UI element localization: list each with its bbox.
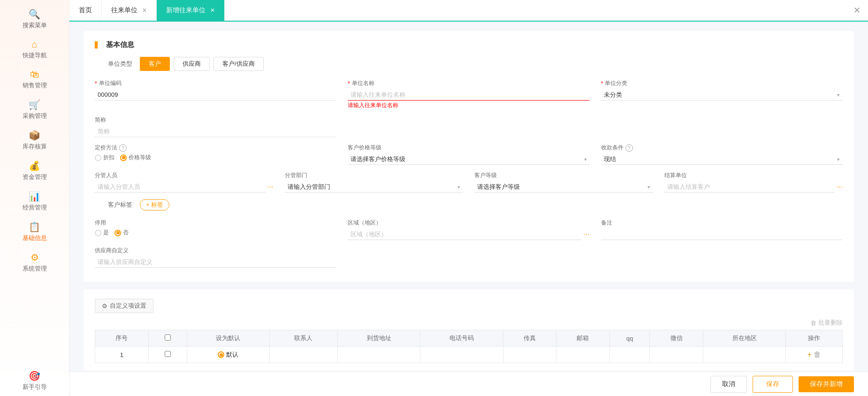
sidebar-label-quicknav: 快捷导航 [23, 51, 47, 60]
tab-home[interactable]: 首页 [69, 0, 102, 21]
cell-contact [270, 347, 338, 363]
sidebar-label-purchase: 采购管理 [23, 112, 47, 120]
unit-type-row: 单位类型 客户 供应商 客户/供应商 [95, 57, 843, 71]
region-input[interactable] [348, 229, 581, 240]
field-supplier-custom: 供应商自定义 [95, 247, 336, 268]
sales-icon: 🛍 [30, 69, 39, 80]
radio-price-level[interactable]: 价格等级 [120, 154, 151, 162]
tab-partners[interactable]: 往来单位 ✕ [102, 0, 157, 21]
tab-new-partner[interactable]: 新增往来单位 ✕ [157, 0, 225, 21]
pricing-help-icon[interactable]: ? [119, 144, 127, 152]
sidebar-item-finance[interactable]: 💰 资金管理 [0, 155, 69, 186]
tab-partners-close[interactable]: ✕ [142, 7, 147, 14]
manager-more-btn[interactable]: ··· [267, 183, 273, 191]
payment-terms-help-icon[interactable]: ? [625, 144, 633, 152]
del-row-btn[interactable]: 🗑 [814, 350, 821, 359]
sidebar-item-search[interactable]: 🔍 搜索菜单 [0, 4, 69, 34]
col-address: 到货地址 [337, 330, 420, 347]
content-area: ▋ 基本信息 单位类型 客户 供应商 客户/供应商 单位编码 单位名称 请 [69, 22, 868, 372]
col-default: 设为默认 [187, 330, 269, 347]
cell-phone [420, 347, 503, 363]
guide-icon: 🎯 [29, 370, 40, 381]
col-email: 邮箱 [556, 330, 610, 347]
radio-price-level-circle [120, 155, 127, 161]
region-more-btn[interactable]: ··· [583, 230, 589, 239]
save-button[interactable]: 保存 [753, 376, 793, 393]
form-row-7: 供应商自定义 [95, 247, 843, 268]
radio-price-level-label: 价格等级 [129, 154, 151, 162]
close-all-tabs[interactable]: ✕ [846, 0, 868, 21]
field-settlement-unit: 结算单位 ··· [664, 171, 843, 193]
settlement-more-btn[interactable]: ··· [837, 183, 843, 191]
type-btn-both[interactable]: 客户/供应商 [213, 57, 264, 71]
radio-no[interactable]: 否 [114, 229, 129, 237]
radio-discount[interactable]: 折扣 [95, 154, 114, 162]
sidebar-item-purchase[interactable]: 🛒 采购管理 [0, 94, 69, 125]
short-name-input[interactable] [95, 126, 336, 137]
cell-address [337, 347, 420, 363]
select-all-checkbox[interactable] [165, 334, 171, 341]
customer-level-select[interactable]: 请选择客户等级 [474, 181, 653, 193]
sidebar-item-basic[interactable]: 📋 基础信息 [0, 217, 69, 247]
customer-price-level-select[interactable]: 请选择客户价格等级 [348, 154, 589, 165]
tab-new-partner-close[interactable]: ✕ [210, 7, 215, 14]
department-select[interactable]: 请输入分管部门 [285, 181, 464, 193]
col-area: 所在地区 [703, 330, 785, 347]
custom-settings-label: 自定义项设置 [110, 302, 146, 310]
row-default-radio[interactable]: 默认 [192, 350, 265, 359]
unit-name-label: 单位名称 [348, 79, 589, 87]
customer-price-level-wrapper: 请选择客户价格等级 [348, 154, 589, 165]
sidebar-item-guide[interactable]: 🎯 新手引导 [0, 365, 69, 396]
sidebar-item-operation[interactable]: 📊 经营管理 [0, 186, 69, 217]
sidebar-item-system[interactable]: ⚙ 系统管理 [0, 247, 69, 278]
radio-no-label: 否 [123, 229, 129, 237]
field-remark: 备注 [601, 219, 843, 240]
supplier-custom-input[interactable] [95, 256, 336, 268]
table-row: 1 默认 [95, 347, 843, 363]
save-new-button[interactable]: 保存并新增 [799, 376, 854, 392]
batch-delete-icon: 🗑 [810, 319, 816, 326]
settlement-unit-input[interactable] [664, 181, 835, 193]
sidebar-item-quicknav[interactable]: ⌂ 快捷导航 [0, 34, 69, 64]
region-label: 区域（地区） [348, 219, 589, 227]
add-row-btn[interactable]: + [807, 350, 812, 359]
field-unit-code: 单位编码 [95, 79, 336, 101]
customer-price-level-label: 客户价格等级 [348, 144, 589, 152]
form-row-1: 单位编码 单位名称 请输入往来单位名称 单位分类 未分类 [95, 79, 843, 109]
field-pricing: 定价方法 ? 折扣 价格等级 [95, 144, 336, 163]
unit-code-input[interactable] [95, 89, 336, 101]
gear-icon: ⚙ [102, 303, 107, 310]
row-checkbox[interactable] [165, 351, 171, 357]
section-icon: ▋ [95, 41, 99, 48]
sidebar-label-basic: 基础信息 [23, 234, 47, 242]
custom-settings-btn[interactable]: ⚙ 自定义项设置 [95, 299, 153, 313]
batch-delete-label[interactable]: 批量删除 [818, 318, 843, 327]
form-footer: 取消 保存 保存并新增 [69, 372, 868, 396]
manager-input[interactable] [95, 181, 265, 193]
sidebar-item-sales[interactable]: 🛍 销售管理 [0, 64, 69, 94]
unit-category-select[interactable]: 未分类 [601, 89, 843, 101]
type-btn-supplier[interactable]: 供应商 [174, 57, 210, 71]
remark-input[interactable] [601, 229, 843, 240]
system-icon: ⚙ [30, 252, 39, 263]
field-customer-level: 客户等级 请选择客户等级 [474, 171, 653, 193]
payment-terms-wrapper: 现结 [601, 154, 843, 165]
department-label: 分管部门 [285, 171, 464, 179]
radio-yes[interactable]: 是 [95, 229, 109, 237]
cancel-button[interactable]: 取消 [710, 376, 747, 393]
field-customer-price-level: 客户价格等级 请选择客户价格等级 [348, 144, 589, 165]
customer-level-label: 客户等级 [474, 171, 653, 179]
sidebar-label-operation: 经营管理 [23, 203, 47, 212]
contact-table: 序号 设为默认 联系人 到货地址 电话号码 传真 邮箱 qq 微信 所在地区 操… [95, 330, 843, 363]
unit-name-input[interactable] [348, 89, 589, 101]
cell-checkbox [148, 347, 187, 363]
add-tag-btn[interactable]: + 标签 [140, 199, 169, 210]
field-department: 分管部门 请输入分管部门 [285, 171, 464, 193]
sidebar-item-inventory[interactable]: 📦 库存核算 [0, 125, 69, 155]
type-btn-customer[interactable]: 客户 [140, 57, 170, 71]
payment-terms-select[interactable]: 现结 [601, 154, 843, 165]
col-phone: 电话号码 [420, 330, 503, 347]
settlement-input-wrap: ··· [664, 181, 843, 193]
department-wrapper: 请输入分管部门 [285, 181, 464, 193]
form-row-4: 分管人员 ··· 分管部门 请输入分管部门 客户等级 [95, 171, 843, 193]
